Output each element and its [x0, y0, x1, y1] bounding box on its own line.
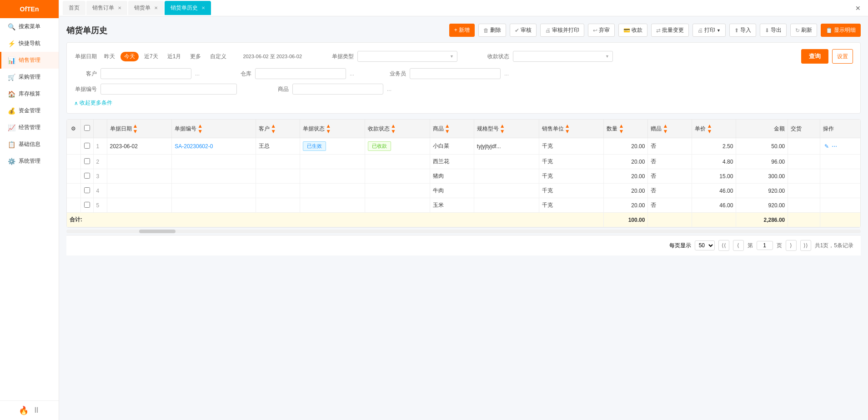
row-settings-col [67, 198, 80, 213]
sidebar-item-inventory[interactable]: 🏠 库存核算 [0, 85, 59, 102]
payment-status-select-wrap [513, 51, 613, 62]
tab-sales-order-close[interactable]: ✕ [118, 5, 121, 10]
doc-no-link[interactable]: SA-20230602-0 [175, 143, 213, 150]
col-customer-sort: 客户 ▲▼ [259, 123, 297, 134]
col-product[interactable]: 商品 ▲▼ [430, 120, 474, 138]
col-doc-no[interactable]: 单据编号 ▲▼ [172, 120, 256, 138]
row-checkbox[interactable] [84, 202, 90, 208]
product-input[interactable] [292, 84, 383, 95]
sidebar-item-operations[interactable]: 📈 经营管理 [0, 119, 59, 136]
customer-dots[interactable]: ... [195, 70, 200, 77]
warehouse-dots[interactable]: ... [350, 70, 354, 77]
sidebar-item-basic-info[interactable]: 📋 基础信息 [0, 136, 59, 153]
row-amount: 50.00 [736, 138, 788, 155]
import-button[interactable]: ⬆ 导入 [729, 24, 756, 37]
salesperson-dots[interactable]: ... [504, 70, 509, 77]
export-button[interactable]: ⬇ 导出 [760, 24, 787, 37]
col-customer[interactable]: 客户 ▲▼ [256, 120, 300, 138]
horizontal-scrollbar[interactable] [66, 230, 861, 233]
date-tag-yesterday[interactable]: 昨天 [100, 52, 119, 61]
date-tag-more[interactable]: 更多 [186, 52, 205, 61]
select-all-checkbox[interactable] [84, 125, 90, 131]
page-header: 销货单历史 + 新增 🗑 删除 ✔ 审核 🖨 审核并打印 ↩ 弃审 [66, 24, 861, 37]
row-checkbox[interactable] [84, 143, 90, 149]
product-dots[interactable]: ... [387, 86, 391, 92]
col-check[interactable] [80, 120, 93, 138]
delete-button[interactable]: 🗑 删除 [478, 24, 506, 37]
col-unit-price[interactable]: 单价 ▲▼ [692, 120, 736, 138]
doc-type-select[interactable] [357, 51, 457, 62]
salesperson-input[interactable] [410, 68, 501, 79]
date-tag-7days[interactable]: 近7天 [140, 52, 162, 61]
sidebar-item-quick-nav[interactable]: ⚡ 快捷导航 [0, 35, 59, 52]
row-doc-no [172, 155, 256, 169]
row-payment-status [365, 198, 430, 213]
row-doc-status [300, 169, 365, 184]
col-doc-status[interactable]: 单据状态 ▲▼ [300, 120, 365, 138]
date-tag-custom[interactable]: 自定义 [206, 52, 230, 61]
sidebar-item-purchase-mgmt[interactable]: 🛒 采购管理 [0, 69, 59, 85]
review-button[interactable]: ✔ 审核 [510, 24, 537, 37]
settings-button[interactable]: 设置 [832, 49, 853, 64]
tab-sales-delivery-close[interactable]: ✕ [154, 5, 158, 10]
refresh-button[interactable]: ↻ 刷新 [790, 24, 817, 37]
row-checkbox[interactable] [84, 187, 90, 193]
row-check-col[interactable] [80, 198, 93, 213]
col-settings[interactable]: ⚙ [67, 120, 80, 138]
pagination-last-btn[interactable]: ⟩⟩ [800, 240, 811, 251]
doc-number-input[interactable] [100, 84, 237, 95]
discard-button[interactable]: ↩ 弃审 [588, 24, 615, 37]
col-gift[interactable]: 赠品 ▲▼ [648, 120, 692, 138]
date-tag-today[interactable]: 今天 [120, 52, 139, 61]
payment-status-select[interactable] [513, 51, 613, 62]
col-quantity[interactable]: 数量 ▲▼ [604, 120, 648, 138]
review-print-button[interactable]: 🖨 审核并打印 [540, 24, 584, 37]
col-sales-unit[interactable]: 销售单位 ▲▼ [539, 120, 604, 138]
query-button[interactable]: 查询 [801, 49, 828, 64]
sidebar-item-system-mgmt[interactable]: ⚙️ 系统管理 [0, 153, 59, 170]
sidebar-item-finance[interactable]: 💰 资金管理 [0, 102, 59, 119]
tab-sales-delivery[interactable]: 销货单 ✕ [128, 1, 164, 15]
col-payment-status[interactable]: 收款状态 ▲▼ [365, 120, 430, 138]
collect-button[interactable]: 💳 收款 [618, 24, 647, 37]
scroll-bar-thumb[interactable] [139, 230, 176, 233]
row-checkbox[interactable] [84, 158, 90, 164]
pagination-prev-btn[interactable]: ⟨ [733, 240, 744, 251]
action-more[interactable]: ⋯ [832, 143, 837, 150]
filter-doc-type: 单据类型 [331, 51, 457, 62]
show-details-button[interactable]: 📋 显示明细 [821, 24, 861, 37]
print-button[interactable]: 🖨 打印 ▼ [692, 24, 726, 37]
sidebar-bottom-icon2[interactable]: ⏸ [32, 405, 40, 415]
tab-sales-history-close[interactable]: ✕ [201, 5, 205, 10]
per-page-select[interactable]: 50 [695, 240, 715, 250]
sidebar-bottom-icon1[interactable]: 🔥 [19, 405, 29, 415]
batch-change-button[interactable]: ⇄ 批量变更 [651, 24, 689, 37]
tab-home[interactable]: 首页 [63, 1, 85, 15]
customer-input[interactable] [100, 68, 191, 79]
action-edit[interactable]: ✎ [824, 143, 829, 150]
new-button[interactable]: + 新增 [449, 24, 475, 37]
scroll-bar-track[interactable] [66, 230, 861, 233]
tab-sales-history[interactable]: 销货单历史 ✕ [165, 1, 211, 15]
row-check-col[interactable] [80, 169, 93, 184]
date-tag-1month[interactable]: 近1月 [164, 52, 185, 61]
col-spec[interactable]: 规格型号 ▲▼ [474, 120, 539, 138]
window-close-button[interactable]: ✕ [852, 5, 864, 12]
row-check-col[interactable] [80, 138, 93, 155]
collapse-icon: ∧ [74, 100, 78, 106]
collapse-button[interactable]: ∧ 收起更多条件 [74, 99, 853, 107]
pagination: 每页显示 50 ⟨⟨ ⟨ 第 页 ⟩ ⟩⟩ 共1页，5条记录 [66, 235, 861, 255]
row-check-col[interactable] [80, 155, 93, 169]
print-icon: 🖨 [697, 27, 703, 34]
pagination-first-btn[interactable]: ⟨⟨ [718, 240, 729, 251]
row-check-col[interactable] [80, 184, 93, 198]
col-doc-date[interactable]: 单据日期 ▲▼ [107, 120, 172, 138]
sidebar-item-search-menu[interactable]: 🔍 搜索菜单 [0, 18, 59, 35]
sidebar-item-sales-mgmt[interactable]: 📊 销售管理 [0, 52, 59, 69]
pagination-next-btn[interactable]: ⟩ [786, 240, 797, 251]
col-customer-label: 客户 [259, 125, 270, 133]
page-number-input[interactable] [757, 241, 773, 250]
warehouse-input[interactable] [255, 68, 346, 79]
tab-sales-order[interactable]: 销售订单 ✕ [86, 1, 127, 15]
row-checkbox[interactable] [84, 173, 90, 179]
